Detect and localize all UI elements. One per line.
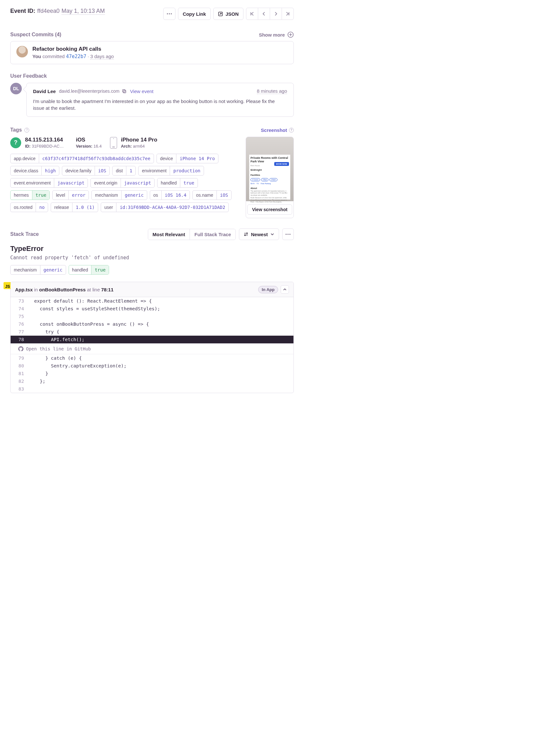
feedback-name: David Lee <box>33 89 56 94</box>
nav-last-button[interactable] <box>282 8 294 20</box>
tag-event-origin[interactable]: event.originjavascript <box>90 178 155 188</box>
error-name: TypeError <box>10 244 294 253</box>
suspect-commits-header: Suspect Commits (4) Show more <box>10 31 294 38</box>
tag-os-rooted[interactable]: os.rootedno <box>10 202 48 212</box>
ellipsis-icon <box>167 13 172 14</box>
skip-back-icon <box>250 12 254 16</box>
plus-circle-icon <box>287 31 294 38</box>
code-line: 82 }; <box>11 378 293 385</box>
code-line: 74 const styles = useStyleSheet(themedSt… <box>11 305 293 312</box>
highlight-device[interactable]: iPhone 14 Pro Arch: arm64 <box>110 137 157 149</box>
nav-first-button[interactable] <box>246 8 258 20</box>
more-actions-button[interactable] <box>163 8 175 20</box>
ellipsis-icon <box>285 234 291 235</box>
code-line: 81 } <box>11 370 293 378</box>
frame-function: onBookButtonPress <box>39 287 86 292</box>
event-id-value: ffd4eea0 <box>37 8 60 14</box>
github-icon <box>18 346 23 351</box>
svg-point-2 <box>171 13 172 14</box>
tag-handled[interactable]: handledtrue <box>157 178 198 188</box>
tag-app-device[interactable]: app.devicec63f37c4f377418df56f7c93db8add… <box>10 154 154 163</box>
commit-card[interactable]: Refactor booking API calls You committed… <box>10 41 294 64</box>
stack-trace-header: Stack Trace Most Relevant Full Stack Tra… <box>10 228 294 240</box>
tag-user[interactable]: userid:31F69BDD-ACAA-4ADA-92D7-032D1A71D… <box>101 202 229 212</box>
error-tag-handled[interactable]: handledtrue <box>69 265 109 275</box>
tag-dist[interactable]: dist1 <box>112 166 136 175</box>
tab-most-relevant[interactable]: Most Relevant <box>148 229 190 240</box>
frame-line: 78:11 <box>101 287 113 292</box>
tag-environment[interactable]: environmentproduction <box>138 166 204 175</box>
chevron-up-icon <box>283 288 287 291</box>
event-header: Event ID: ffd4eea0 May 1, 10:13 AM Copy … <box>10 8 294 20</box>
view-screenshot-button[interactable]: View screenshot <box>247 204 292 215</box>
tag-list: app.devicec63f37c4f377418df56f7c93db8add… <box>10 154 239 212</box>
nav-prev-button[interactable] <box>258 8 270 20</box>
error-tags: mechanismgenerichandledtrue <box>10 265 294 275</box>
tags-title: Tags <box>10 127 22 133</box>
commit-author-avatar <box>16 46 28 57</box>
event-id-label: Event ID: <box>10 8 35 14</box>
user-feedback-title: User Feedback <box>10 73 294 79</box>
tag-hermes[interactable]: hermestrue <box>10 190 50 200</box>
tag-device-class[interactable]: device.classhigh <box>10 166 59 175</box>
code-line: 75 <box>11 312 293 320</box>
svg-point-1 <box>169 13 170 14</box>
sort-icon <box>244 232 248 236</box>
code-line: 80 Sentry.captureException(e); <box>11 362 293 370</box>
code-line: 78 API.fetch(); <box>11 336 293 343</box>
copy-link-button[interactable]: Copy Link <box>178 8 211 20</box>
tag-event-environment[interactable]: event.environmentjavascript <box>10 178 88 188</box>
tag-os-name[interactable]: os.nameiOS <box>192 190 232 200</box>
external-link-icon <box>218 12 223 16</box>
commit-title: Refactor booking API calls <box>32 46 114 52</box>
screenshot-link[interactable]: Screenshot ? <box>261 127 294 133</box>
help-icon[interactable]: ? <box>24 128 29 132</box>
highlight-ip[interactable]: ? 84.115.213.164 ID: 31F69BDD-AC… <box>10 137 64 149</box>
copy-icon[interactable] <box>122 89 127 94</box>
code-line: 77 try { <box>11 328 293 336</box>
chevron-down-icon <box>270 233 274 235</box>
collapse-frame-button[interactable] <box>281 285 289 293</box>
open-in-github-button[interactable]: Open this line in GitHub <box>11 343 293 354</box>
code-line: 83 <box>11 385 293 393</box>
tag-mechanism[interactable]: mechanismgeneric <box>91 190 147 200</box>
view-event-link[interactable]: View event <box>130 89 153 94</box>
in-app-badge: In App <box>258 286 278 293</box>
feedback-email: david.lee@leeenterprises.com <box>59 89 120 94</box>
svg-point-0 <box>167 13 168 14</box>
error-tag-mechanism[interactable]: mechanismgeneric <box>10 265 66 275</box>
tag-level[interactable]: levelerror <box>52 190 89 200</box>
commit-sha[interactable]: 47e22b7 <box>66 54 86 59</box>
svg-point-9 <box>289 234 290 234</box>
json-button[interactable]: JSON <box>213 8 243 20</box>
stack-more-button[interactable] <box>282 228 294 240</box>
phone-icon <box>110 137 117 149</box>
tag-device-family[interactable]: device.familyiOS <box>62 166 110 175</box>
js-badge-icon: JS <box>4 282 11 289</box>
highlight-os[interactable]: iOS Version: 16.4 <box>72 137 102 149</box>
sort-button[interactable]: Newest <box>239 228 279 240</box>
frame-header[interactable]: App.tsx in onBookButtonPress at line 78:… <box>11 282 293 297</box>
chevron-left-icon <box>262 12 266 16</box>
screenshot-thumb[interactable]: Private Rooms with Central Park View BOO… <box>246 137 293 201</box>
tag-device[interactable]: deviceiPhone 14 Pro <box>157 154 218 163</box>
stack-trace-title: Stack Trace <box>10 231 39 237</box>
code-line: 73 export default (): React.ReactElement… <box>11 297 293 305</box>
tag-os[interactable]: osiOS 16.4 <box>150 190 190 200</box>
error-message: Cannot read property 'fetch' of undefine… <box>10 255 294 260</box>
nav-next-button[interactable] <box>270 8 282 20</box>
skip-forward-icon <box>285 12 290 16</box>
code-body: 73 export default (): React.ReactElement… <box>11 297 293 393</box>
user-feedback: DL David Lee david.lee@leeenterprises.co… <box>10 83 294 117</box>
stack-view-tabs: Most Relevant Full Stack Trace <box>148 229 236 240</box>
tab-full-stack[interactable]: Full Stack Trace <box>190 229 235 240</box>
help-icon[interactable]: ? <box>289 128 294 132</box>
feedback-card: David Lee david.lee@leeenterprises.com V… <box>26 83 294 117</box>
commit-meta: You committed 47e22b7 · 3 days ago <box>32 54 114 59</box>
chevron-right-icon <box>274 12 278 16</box>
tag-release[interactable]: release1.0 (1) <box>51 202 98 212</box>
show-more-button[interactable]: Show more <box>259 31 294 38</box>
suspect-commits-title: Suspect Commits (4) <box>10 32 61 38</box>
commit-age: 3 days ago <box>90 54 114 59</box>
feedback-body: I'm unable to book the apartment I'm int… <box>33 98 287 111</box>
